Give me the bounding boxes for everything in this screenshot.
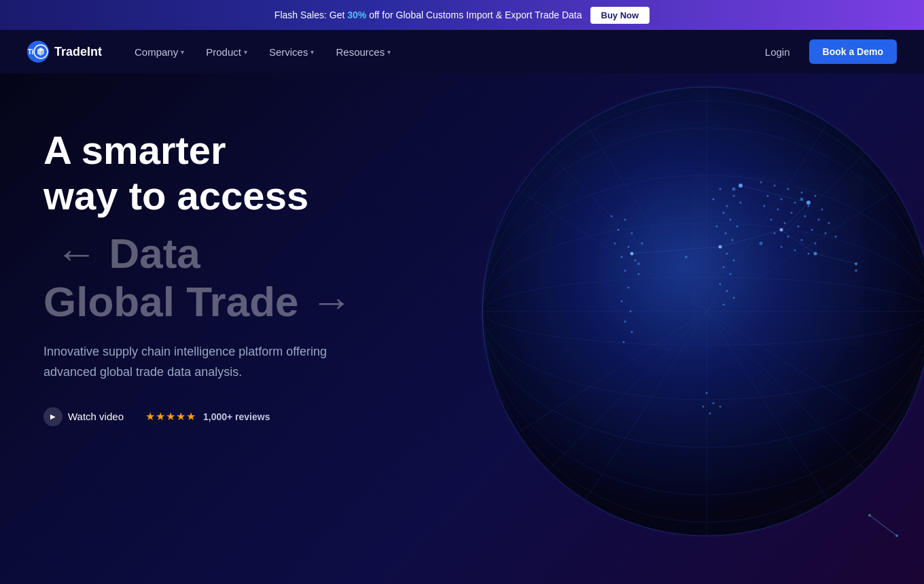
svg-point-58 <box>835 236 837 238</box>
navbar-right: Login Book a Demo <box>757 39 897 64</box>
svg-point-59 <box>774 233 776 235</box>
svg-point-90 <box>760 242 763 245</box>
hero-cta: ▶ Watch video ★★★★★ 1,000+ reviews <box>43 407 378 426</box>
svg-point-72 <box>641 243 643 245</box>
svg-point-39 <box>787 188 789 190</box>
reviews-section: ★★★★★ 1,000+ reviews <box>145 410 270 423</box>
navbar: TradeInt Company ▾ Product ▾ Services ▾ … <box>0 30 924 73</box>
svg-point-22 <box>723 212 725 214</box>
svg-point-65 <box>808 253 810 255</box>
nav-item-services[interactable]: Services ▾ <box>261 41 323 63</box>
logo-icon <box>27 41 49 63</box>
svg-point-70 <box>614 243 616 245</box>
svg-point-29 <box>726 253 728 255</box>
svg-point-75 <box>624 270 626 272</box>
hero-content: A smarter way to access ← Data Global Tr… <box>0 73 421 584</box>
svg-point-25 <box>736 226 739 228</box>
svg-point-79 <box>630 311 632 313</box>
svg-point-89 <box>800 198 804 201</box>
animated-word1: ← Data <box>43 230 200 277</box>
hero-animated-line: ← Data <box>43 229 378 277</box>
nav-item-company[interactable]: Company ▾ <box>126 41 192 63</box>
svg-point-35 <box>733 297 735 299</box>
svg-point-87 <box>703 406 705 408</box>
svg-line-109 <box>870 515 897 536</box>
buy-now-button[interactable]: Buy Now <box>590 7 650 24</box>
svg-point-54 <box>784 222 786 224</box>
svg-point-17 <box>719 188 722 190</box>
svg-point-32 <box>730 273 732 275</box>
svg-point-63 <box>781 246 783 248</box>
svg-point-30 <box>733 260 735 262</box>
play-icon: ▶ <box>43 407 63 426</box>
svg-point-92 <box>637 262 640 265</box>
svg-point-62 <box>815 243 817 245</box>
nav-item-product[interactable]: Product ▾ <box>198 41 255 63</box>
svg-point-76 <box>638 273 640 275</box>
svg-point-33 <box>719 284 722 286</box>
nav-item-resources[interactable]: Resources ▾ <box>327 41 399 63</box>
svg-point-80 <box>624 321 626 323</box>
book-demo-button[interactable]: Book a Demo <box>809 39 897 64</box>
animated-word2: Global Trade → <box>43 278 353 325</box>
chevron-down-icon: ▾ <box>310 48 314 56</box>
svg-point-42 <box>767 195 769 197</box>
svg-point-37 <box>760 182 762 184</box>
navbar-left: TradeInt Company ▾ Product ▾ Services ▾ … <box>27 41 399 63</box>
svg-point-88 <box>732 188 736 191</box>
svg-point-74 <box>635 260 637 262</box>
svg-point-60 <box>787 236 789 238</box>
watch-video-button[interactable]: ▶ Watch video <box>43 407 124 426</box>
hero-title: A smarter way to access <box>43 128 378 218</box>
chevron-down-icon: ▾ <box>181 48 184 56</box>
login-button[interactable]: Login <box>757 41 798 63</box>
reviews-text: 1,000+ reviews <box>203 411 270 422</box>
watch-video-label: Watch video <box>68 411 124 422</box>
svg-point-36 <box>723 304 725 306</box>
svg-point-110 <box>868 514 871 517</box>
svg-point-21 <box>740 202 742 204</box>
chevron-down-icon: ▾ <box>387 48 391 56</box>
svg-point-82 <box>623 341 625 343</box>
svg-point-18 <box>733 195 735 197</box>
svg-point-84 <box>713 402 715 405</box>
svg-point-19 <box>713 199 715 201</box>
svg-point-61 <box>801 239 803 241</box>
svg-point-55 <box>798 226 800 228</box>
svg-point-48 <box>777 209 779 211</box>
hero-line2: way to access <box>43 173 308 218</box>
svg-point-64 <box>794 250 796 252</box>
discount-highlight: 30% <box>347 10 366 20</box>
svg-point-46 <box>821 209 823 211</box>
svg-point-93 <box>855 269 857 272</box>
svg-point-83 <box>706 392 708 394</box>
svg-point-51 <box>818 219 820 221</box>
hero-line1: A smarter <box>43 128 226 172</box>
hero-section: A smarter way to access ← Data Global Tr… <box>0 73 924 584</box>
hero-animated-line2: Global Trade → <box>43 277 378 326</box>
banner-text: Flash Sales: Get 30% off for Global Cust… <box>274 10 582 20</box>
globe-visual <box>448 73 924 570</box>
svg-point-26 <box>725 233 727 235</box>
svg-point-40 <box>801 192 803 194</box>
svg-point-53 <box>770 219 772 221</box>
svg-point-49 <box>791 212 793 214</box>
logo[interactable]: TradeInt <box>27 41 102 63</box>
svg-point-44 <box>794 202 796 204</box>
svg-point-66 <box>611 216 613 218</box>
nav-links: Company ▾ Product ▾ Services ▾ Resources… <box>126 41 399 63</box>
svg-point-77 <box>628 287 630 289</box>
svg-point-47 <box>764 205 766 207</box>
star-rating: ★★★★★ <box>145 410 196 423</box>
hero-subtitle: Innovative supply chain intelligence pla… <box>43 342 378 382</box>
svg-point-69 <box>631 233 633 235</box>
svg-point-57 <box>825 233 827 235</box>
top-banner: Flash Sales: Get 30% off for Global Cust… <box>0 0 924 30</box>
svg-point-67 <box>624 219 626 221</box>
svg-point-91 <box>685 256 688 258</box>
review-count: 1,000+ <box>203 411 232 422</box>
svg-point-31 <box>723 267 725 269</box>
svg-point-52 <box>828 222 830 224</box>
svg-point-86 <box>709 413 711 415</box>
svg-point-50 <box>804 216 806 218</box>
